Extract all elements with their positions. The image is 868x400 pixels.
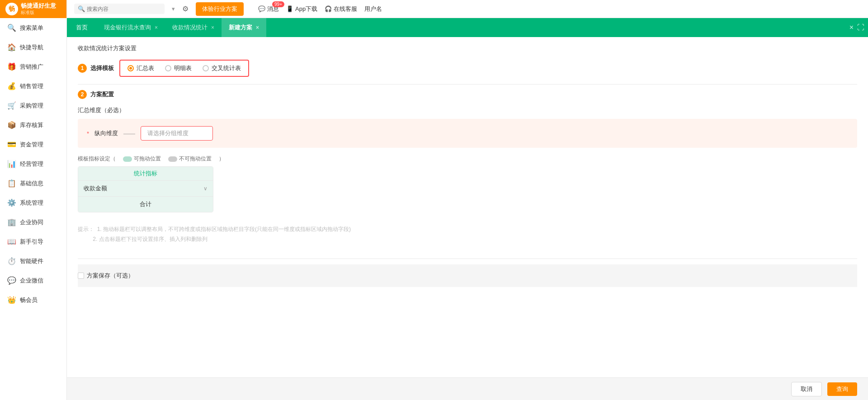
list-icon: 📋 [7, 179, 16, 188]
tabbar: 首页 现金银行流水查询 × 收款情况统计 × 新建方案 × × ⛶ [67, 18, 868, 37]
sidebar-item-member[interactable]: 👑 畅会员 [0, 290, 66, 310]
main-area: 🔍 ▾ ⚙ 体验行业方案 💬 消息 99+ 📱 App下载 🎧 在线客服 用户名 [67, 0, 868, 400]
step2-number: 2 [78, 90, 87, 99]
indicator-header: 统计指标 [78, 167, 213, 181]
bottom-action-bar: 取消 查询 [67, 377, 868, 400]
indicator-table: 统计指标 收款金额 ∨ 合计 [78, 166, 213, 212]
dropdown-icon[interactable]: ▾ [172, 5, 175, 12]
download-icon: 📱 [286, 5, 293, 12]
sidebar-item-weixin[interactable]: 💬 企业微信 [0, 271, 66, 290]
enterprise-icon: 🏢 [7, 218, 16, 226]
tabbar-right-controls: × ⛶ [849, 24, 868, 32]
user-avatar[interactable]: 用户名 [364, 5, 382, 13]
tips-section: 提示： 1. 拖动标题栏可以调整布局，不可跨维度或指标区域拖动栏目字段(只能在同… [78, 225, 857, 244]
search-icon: 🔍 [78, 5, 85, 12]
sidebar-item-operation[interactable]: 📊 经营管理 [0, 154, 66, 174]
service-button[interactable]: 🎧 在线客服 [325, 5, 357, 13]
sidebar-item-search[interactable]: 🔍 搜索菜单 [0, 18, 66, 38]
member-icon: 👑 [7, 296, 16, 304]
tab-receipt[interactable]: 收款情况统计 × [165, 18, 222, 37]
indicator-section-close: ） [219, 155, 224, 163]
tab-receipt-close[interactable]: × [211, 24, 214, 31]
step2-header: 2 方案配置 [78, 90, 857, 99]
topbar-right: 💬 消息 99+ 📱 App下载 🎧 在线客服 用户名 [258, 5, 382, 13]
sidebar-nav: 🔍 搜索菜单 🏠 快捷导航 🎁 营销推广 💰 销售管理 🛒 采购管理 📦 库存核… [0, 18, 66, 400]
step1-section: 1 选择模板 汇总表 明细表 [78, 60, 857, 77]
footer-save: 方案保存（可选） [78, 264, 857, 287]
gift-icon: 🎁 [7, 62, 16, 71]
card-icon: 💳 [7, 140, 16, 149]
required-mark: * [87, 130, 89, 137]
hardware-icon: ⏱️ [7, 257, 16, 265]
trial-button[interactable]: 体验行业方案 [196, 2, 244, 16]
logo-icon: 畅 [5, 3, 18, 15]
step2-title: 方案配置 [90, 90, 114, 99]
sidebar-item-marketing[interactable]: 🎁 营销推广 [0, 57, 66, 76]
cancel-button[interactable]: 取消 [791, 382, 822, 396]
search-nav-icon: 🔍 [7, 24, 16, 32]
message-icon: 💬 [258, 5, 265, 12]
tab-home[interactable]: 首页 [67, 18, 97, 37]
legend-fixed: 不可拖动位置 [168, 155, 212, 163]
sidebar-item-purchase[interactable]: 🛒 采购管理 [0, 96, 66, 115]
indicator-legend: 模板指标设定（ 可拖动位置 不可拖动位置 ） [78, 155, 857, 163]
page-title: 收款情况统计方案设置 [78, 44, 857, 52]
sidebar-item-sales[interactable]: 💰 销售管理 [0, 76, 66, 96]
config-section: 汇总维度（必选） * 纵向维度 —— 请选择分组维度 [78, 106, 857, 244]
sidebar-item-guide[interactable]: 📖 新手引导 [0, 232, 66, 251]
gear-nav-icon: ⚙️ [7, 198, 16, 207]
search-bar[interactable]: 🔍 [74, 4, 165, 14]
tip1: 提示： 1. 拖动标题栏可以调整布局，不可跨维度或指标区域拖动栏目字段(只能在同… [78, 225, 857, 235]
sales-icon: 💰 [7, 82, 16, 90]
dimension-area: * 纵向维度 —— 请选择分组维度 [78, 119, 857, 148]
step2-section: 2 方案配置 汇总维度（必选） * 纵向维度 —— 请选择分组维度 [78, 90, 857, 244]
sidebar-item-system[interactable]: ⚙️ 系统管理 [0, 193, 66, 212]
page-wrapper: 收款情况统计方案设置 1 选择模板 汇总表 [67, 37, 868, 377]
dimension-select[interactable]: 请选择分组维度 [141, 126, 213, 141]
dimension-row-label: 纵向维度 [94, 129, 118, 137]
tab-new-plan[interactable]: 新建方案 × [222, 18, 266, 37]
sidebar-item-enterprise[interactable]: 🏢 企业协同 [0, 212, 66, 232]
search-input[interactable] [87, 6, 159, 12]
download-button[interactable]: 📱 App下载 [286, 5, 317, 13]
amount-dropdown-icon[interactable]: ∨ [203, 185, 208, 192]
legend-movable: 可拖动位置 [123, 155, 161, 163]
sidebar: 畅 畅捷通好生意 标准版 🔍 搜索菜单 🏠 快捷导航 🎁 营销推广 💰 销售管理… [0, 0, 67, 400]
minimize-icon[interactable]: × [849, 24, 854, 32]
movable-indicator [123, 156, 132, 162]
radio-cross[interactable]: 交叉统计表 [203, 64, 241, 72]
fixed-indicator [168, 156, 177, 162]
tip2: 2. 点击标题栏下拉可设置排序、插入列和删除列 [78, 235, 857, 245]
content-area: 收款情况统计方案设置 1 选择模板 汇总表 [67, 37, 868, 400]
query-button[interactable]: 查询 [827, 382, 857, 396]
save-checkbox-label[interactable]: 方案保存（可选） [78, 272, 134, 280]
step1-title: 选择模板 [90, 64, 114, 72]
dimension-arrow: —— [123, 130, 135, 137]
sidebar-item-quick-nav[interactable]: 🏠 快捷导航 [0, 38, 66, 57]
radio-summary[interactable]: 汇总表 [127, 64, 154, 72]
sidebar-logo: 畅 畅捷通好生意 标准版 [0, 0, 66, 18]
sidebar-item-inventory[interactable]: 📦 库存核算 [0, 115, 66, 135]
sidebar-item-fund[interactable]: 💳 资金管理 [0, 135, 66, 154]
tab-bank-close[interactable]: × [155, 24, 158, 31]
indicator-row-amount[interactable]: 收款金额 ∨ [78, 181, 213, 197]
radio-cross-btn [203, 65, 209, 71]
dimension-title: 汇总维度（必选） [78, 106, 857, 114]
radio-detail[interactable]: 明细表 [165, 64, 192, 72]
settings-icon[interactable]: ⚙ [182, 5, 189, 13]
step1-number: 1 [78, 64, 87, 73]
home-icon: 🏠 [7, 43, 16, 52]
save-checkbox-input[interactable] [78, 273, 84, 279]
topbar: 🔍 ▾ ⚙ 体验行业方案 💬 消息 99+ 📱 App下载 🎧 在线客服 用户名 [67, 0, 868, 18]
guide-icon: 📖 [7, 237, 16, 246]
tab-new-plan-close[interactable]: × [256, 24, 259, 31]
message-button[interactable]: 💬 消息 99+ [258, 5, 279, 13]
weixin-icon: 💬 [7, 276, 16, 285]
tab-bank[interactable]: 现金银行流水查询 × [97, 18, 165, 37]
sidebar-item-hardware[interactable]: ⏱️ 智能硬件 [0, 251, 66, 271]
maximize-icon[interactable]: ⛶ [857, 24, 864, 32]
logo-text: 畅捷通好生意 标准版 [21, 2, 56, 16]
sidebar-item-basic[interactable]: 📋 基础信息 [0, 174, 66, 193]
headset-icon: 🎧 [325, 5, 332, 12]
radio-detail-btn [165, 65, 171, 71]
